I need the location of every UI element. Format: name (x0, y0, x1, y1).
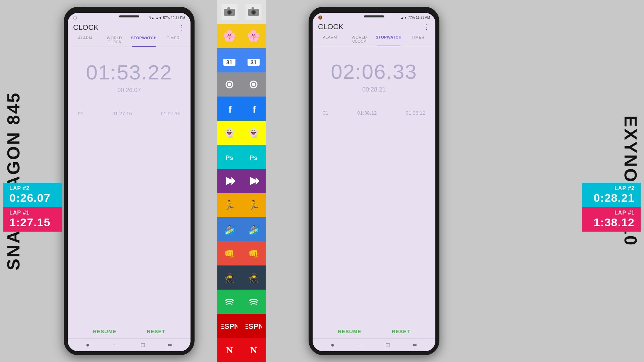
svg-text:👊: 👊 (248, 248, 259, 259)
app-pair-snapchat: 👻 👻 (217, 121, 266, 145)
status-icons-left: N▲ ▲▼ 57% 12:41 PM (149, 16, 185, 20)
app-icon-subway-left[interactable]: 🏃 (217, 193, 241, 217)
app-pair-planner: 🌸 🌸 (217, 24, 266, 48)
reset-button-right[interactable]: RESET (392, 328, 410, 334)
app-header-right: CLOCK ⋮ (313, 21, 435, 33)
app-icon-game3-right[interactable]: 🥷 (241, 265, 266, 290)
nav-home-left[interactable]: ● (86, 342, 90, 349)
app-icon-planner-right[interactable]: 🌸 (241, 24, 266, 48)
tab-timer-left[interactable]: TIMER (159, 33, 188, 47)
nav-back-left[interactable]: ← (112, 342, 118, 349)
app-menu-right[interactable]: ⋮ (423, 23, 430, 31)
lap1-value-right: 1:38.12 (588, 216, 635, 229)
tab-stopwatch-left[interactable]: STOPWATCH (129, 33, 159, 47)
svg-point-8 (252, 11, 255, 14)
app-icon-calendar-right[interactable]: 31 (241, 48, 266, 72)
svg-text:ESPN: ESPN (246, 322, 262, 330)
resume-button-left[interactable]: RESUME (93, 328, 116, 334)
app-icon-game1-right[interactable]: 🏄 (241, 217, 266, 241)
app-icon-netflix-right[interactable]: N (241, 338, 266, 362)
stopwatch-content-right: 02:06.33 00:28.21 01 01:38.12 01:38.12 (313, 46, 435, 323)
lap2-box-left: LAP #2 0:26.07 (3, 183, 62, 207)
lap1-box-right: LAP #1 1:38.12 (582, 207, 641, 232)
app-icon-game2-left[interactable]: 👊 (217, 241, 241, 265)
nav-back-right[interactable]: ← (357, 342, 363, 349)
app-icon-game1-left[interactable]: 🏄 (217, 217, 241, 241)
app-icon-spotify-right[interactable] (241, 290, 266, 314)
app-icon-settings-right[interactable] (241, 72, 266, 97)
svg-point-3 (228, 11, 231, 14)
middle-app-strip: 🌸 🌸 31 31 (217, 0, 266, 362)
signal-icon-right: ▲▼ (400, 16, 407, 19)
app-icon-espn-left[interactable]: ESPN (217, 314, 241, 338)
lap-overlay-left: LAP #2 0:26.07 LAP #1 1:27.15 (3, 183, 62, 232)
app-icon-spotify-left[interactable] (217, 290, 241, 314)
app-icon-music-left[interactable] (217, 169, 241, 193)
app-pair-game1: 🏄 🏄 (217, 217, 266, 241)
app-icon-snapchat-left[interactable]: 👻 (217, 121, 241, 145)
app-icon-calendar-left[interactable]: 31 (217, 48, 241, 72)
tabs-left: ALARM WORLD CLOCK STOPWATCH TIMER (68, 33, 191, 47)
resume-button-right[interactable]: RESUME (338, 328, 361, 334)
app-header-left: CLOCK ⋮ (68, 22, 191, 33)
left-phone-frame: ⓘ N▲ ▲▼ 57% 12:41 PM CLOCK ⋮ ALARM WORLD… (64, 7, 195, 355)
battery-left: 57% (163, 16, 170, 20)
nav-extra-right[interactable]: ⬌ (412, 341, 417, 349)
app-icon-snapchat-right[interactable]: 👻 (241, 121, 266, 145)
app-icon-facebook-left[interactable]: f (217, 97, 241, 121)
app-icon-facebook-right[interactable]: f (241, 97, 266, 121)
svg-text:ESPN: ESPN (221, 322, 237, 330)
app-icon-espn-right[interactable]: ESPN (241, 314, 266, 338)
tab-timer-right[interactable]: TIMER (404, 33, 433, 46)
app-icon-camera-left[interactable] (217, 0, 241, 24)
app-icon-subway-right[interactable]: 🏃 (241, 193, 266, 217)
lap-row-left: 01 01:27.15 01:27.15 (68, 107, 191, 120)
nav-bar-left: ● ← □ ⬌ (68, 338, 191, 351)
lap1-label-left: LAP #1 (9, 210, 56, 216)
app-icon-camera-right[interactable] (241, 0, 266, 24)
svg-text:🌸: 🌸 (223, 29, 236, 42)
svg-text:31: 31 (251, 60, 257, 65)
app-pair-facebook: f f (217, 97, 266, 121)
tab-worldclock-right[interactable]: WORLD CLOCK (345, 33, 374, 46)
app-icon-music-right[interactable] (241, 169, 266, 193)
app-icon-planner-left[interactable]: 🌸 (217, 24, 241, 48)
svg-text:N: N (226, 345, 233, 355)
svg-text:🥷: 🥷 (224, 273, 235, 283)
nav-recent-right[interactable]: □ (386, 342, 389, 349)
tab-alarm-left[interactable]: ALARM (70, 33, 100, 47)
app-icon-netflix-left[interactable]: N (217, 338, 241, 362)
tab-alarm-right[interactable]: ALARM (315, 33, 345, 46)
app-icon-ps-right[interactable]: Ps (241, 145, 266, 169)
svg-text:🏃: 🏃 (224, 200, 235, 211)
app-title-right: CLOCK (318, 22, 343, 31)
svg-text:🥷: 🥷 (248, 273, 259, 283)
app-pair-calendar: 31 31 (217, 48, 266, 72)
reset-button-left[interactable]: RESET (147, 328, 165, 334)
right-phone: 🔕 ▲▼ 77% 11:23 AM CLOCK ⋮ ALARM WORLD CL… (309, 7, 439, 355)
nav-recent-left[interactable]: □ (141, 342, 145, 349)
app-icon-game3-left[interactable]: 🥷 (217, 265, 241, 290)
app-icon-settings-left[interactable] (217, 72, 241, 97)
app-pair-subway: 🏃 🏃 (217, 193, 266, 217)
app-icon-ps-left[interactable]: Ps (217, 145, 241, 169)
signal-icon-left: N▲ (149, 16, 154, 20)
tab-worldclock-left[interactable]: WORLD CLOCK (100, 33, 129, 47)
svg-text:f: f (253, 104, 256, 115)
app-pair-settings (217, 72, 266, 97)
time-right: 11:23 AM (416, 16, 430, 19)
nav-extra-left[interactable]: ⬌ (167, 341, 172, 349)
nav-home-right[interactable]: ● (331, 342, 334, 349)
app-icon-game2-right[interactable]: 👊 (241, 241, 266, 265)
svg-text:👊: 👊 (224, 248, 235, 259)
wifi-icon-left: ▲▼ (155, 16, 162, 20)
tab-stopwatch-right[interactable]: STOPWATCH (374, 33, 404, 46)
svg-text:N: N (250, 345, 257, 355)
svg-text:Ps: Ps (250, 155, 257, 161)
battery-right: 77% (408, 16, 415, 19)
main-time-right: 02:06.33 (331, 60, 417, 83)
app-pair-game2: 👊 👊 (217, 241, 266, 265)
nav-bar-right: ● ← □ ⬌ (313, 338, 435, 351)
app-pair-game3: 🥷 🥷 (217, 265, 266, 290)
app-menu-left[interactable]: ⋮ (178, 23, 185, 32)
